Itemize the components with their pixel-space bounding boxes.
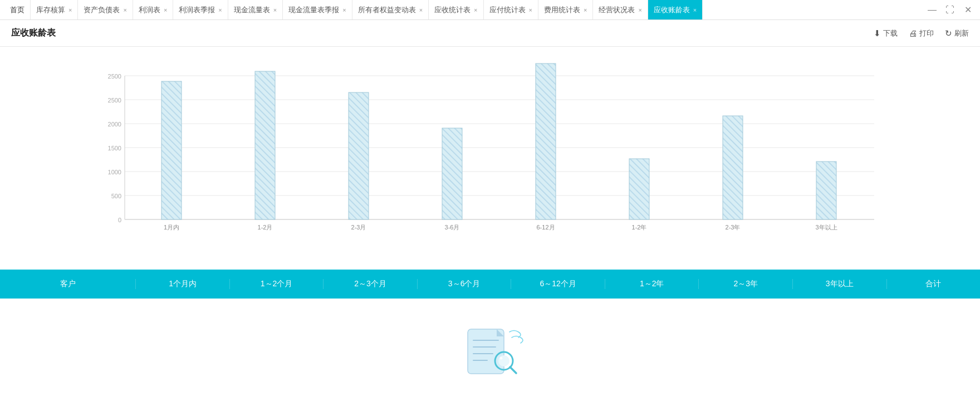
refresh-label: 刷新	[954, 28, 969, 38]
tab-balance-label: 资产负债表	[84, 5, 120, 15]
svg-text:3年以上: 3年以上	[815, 224, 837, 231]
tab-ap-stat-close[interactable]: ×	[529, 7, 532, 13]
tab-cashflow-quarterly-close[interactable]: ×	[342, 7, 346, 13]
svg-text:2-3月: 2-3月	[351, 224, 366, 231]
tab-ops-label: 经营状况表	[599, 5, 635, 15]
tab-ar-aging-close[interactable]: ×	[693, 7, 697, 13]
th-month1: 1个月内	[136, 279, 230, 289]
svg-text:2-3年: 2-3年	[726, 224, 741, 231]
print-icon: 🖨	[909, 28, 917, 38]
tab-ar-stat[interactable]: 应收统计表 ×	[429, 0, 483, 20]
tab-balance-close[interactable]: ×	[123, 7, 126, 13]
tab-ar-stat-label: 应收统计表	[434, 5, 471, 15]
svg-text:500: 500	[111, 193, 121, 199]
svg-point-41	[498, 355, 509, 366]
svg-text:3-6月: 3-6月	[445, 224, 460, 231]
tab-ap-stat[interactable]: 应付统计表 ×	[484, 0, 538, 20]
svg-text:2500: 2500	[108, 73, 121, 80]
chart-area: 0 500 1000 1500 2000 2500 2500	[0, 47, 980, 270]
tab-equity[interactable]: 所有者权益变动表 ×	[352, 0, 429, 20]
svg-text:1-2月: 1-2月	[258, 224, 273, 231]
tab-profit-close[interactable]: ×	[164, 7, 167, 13]
tab-equity-close[interactable]: ×	[419, 7, 423, 13]
tab-home[interactable]: 首页	[4, 0, 31, 20]
download-button[interactable]: ⬇ 下载	[874, 28, 898, 38]
tab-profit-quarterly-label: 利润表季报	[179, 5, 215, 15]
tab-profit-quarterly-close[interactable]: ×	[218, 7, 222, 13]
th-total: 合计	[887, 279, 980, 289]
tab-ap-stat-label: 应付统计表	[489, 5, 526, 15]
svg-text:0: 0	[118, 217, 121, 223]
tab-balance[interactable]: 资产负债表 ×	[78, 0, 133, 20]
page-header: 应收账龄表 ⬇ 下载 🖨 打印 ↻ 刷新	[0, 20, 980, 47]
tab-ops-close[interactable]: ×	[638, 7, 641, 13]
tab-cashflow-label: 现金流量表	[234, 5, 270, 15]
tab-ar-stat-close[interactable]: ×	[474, 7, 477, 13]
th-month6to12: 6～12个月	[511, 279, 605, 289]
th-customer: 客户	[0, 279, 136, 289]
svg-rect-26	[536, 63, 556, 219]
svg-rect-18	[161, 81, 182, 219]
bar-chart: 0 500 1000 1500 2000 2500 2500	[17, 58, 963, 236]
tab-cashflow[interactable]: 现金流量表 ×	[228, 0, 283, 20]
th-month2to3: 2～3个月	[324, 279, 418, 289]
tab-equity-label: 所有者权益变动表	[358, 5, 416, 15]
svg-text:1-2年: 1-2年	[632, 224, 647, 231]
tab-cashflow-close[interactable]: ×	[273, 7, 277, 13]
close-window-icon[interactable]: ✕	[960, 2, 976, 18]
th-yearover3: 3年以上	[793, 279, 887, 289]
empty-area	[0, 299, 980, 401]
print-button[interactable]: 🖨 打印	[909, 28, 934, 38]
tab-profit[interactable]: 利润表 ×	[133, 0, 173, 20]
th-month1to2: 1～2个月	[230, 279, 324, 289]
download-icon: ⬇	[874, 28, 881, 38]
table-header: 客户 1个月内 1～2个月 2～3个月 3～6个月 6～12个月 1～2年 2～…	[0, 270, 980, 299]
svg-rect-28	[629, 159, 649, 219]
svg-rect-22	[349, 92, 369, 219]
tab-expense-stat-label: 费用统计表	[544, 5, 580, 15]
svg-text:1月内: 1月内	[164, 224, 179, 231]
svg-rect-30	[723, 116, 743, 219]
tab-ar-aging[interactable]: 应收账龄表 ×	[648, 0, 703, 20]
header-actions: ⬇ 下载 🖨 打印 ↻ 刷新	[874, 28, 969, 38]
tab-cashflow-quarterly-label: 现金流量表季报	[288, 5, 339, 15]
svg-rect-20	[255, 71, 275, 219]
tab-expense-stat-close[interactable]: ×	[584, 7, 587, 13]
download-label: 下载	[883, 28, 898, 38]
minimize-icon[interactable]: —	[924, 2, 940, 18]
tab-profit-quarterly[interactable]: 利润表季报 ×	[173, 0, 228, 20]
tab-inventory-label: 库存核算	[36, 5, 65, 15]
svg-line-42	[510, 367, 516, 373]
tab-home-label: 首页	[10, 5, 24, 15]
svg-text:1000: 1000	[108, 169, 121, 175]
tab-expense-stat[interactable]: 费用统计表 ×	[538, 0, 593, 20]
main-content: 0 500 1000 1500 2000 2500 2500	[0, 47, 980, 401]
empty-illustration	[454, 321, 526, 382]
tab-ops[interactable]: 经营状况表 ×	[593, 0, 648, 20]
page-title: 应收账龄表	[11, 27, 56, 39]
th-year2to3: 2～3年	[699, 279, 793, 289]
tab-bar: 首页 库存核算 × 资产负债表 × 利润表 × 利润表季报 × 现金流量表 × …	[0, 0, 980, 20]
svg-rect-24	[442, 128, 462, 219]
tab-inventory[interactable]: 库存核算 ×	[31, 0, 78, 20]
svg-text:2500: 2500	[108, 97, 121, 104]
tab-ar-aging-label: 应收账龄表	[654, 5, 690, 15]
refresh-button[interactable]: ↻ 刷新	[945, 28, 969, 38]
tab-cashflow-quarterly[interactable]: 现金流量表季报 ×	[283, 0, 352, 20]
maximize-icon[interactable]: ⛶	[942, 2, 958, 18]
th-month3to6: 3～6个月	[418, 279, 512, 289]
th-year1to2: 1～2年	[605, 279, 699, 289]
svg-text:1500: 1500	[108, 145, 121, 151]
print-label: 打印	[919, 28, 934, 38]
svg-point-43	[500, 357, 503, 360]
tab-bar-actions: — ⛶ ✕	[924, 2, 976, 18]
refresh-icon: ↻	[945, 28, 952, 38]
svg-rect-32	[816, 162, 836, 219]
tab-profit-label: 利润表	[139, 5, 160, 15]
svg-text:2000: 2000	[108, 121, 121, 128]
tab-inventory-close[interactable]: ×	[68, 7, 72, 13]
svg-text:6-12月: 6-12月	[536, 224, 555, 231]
